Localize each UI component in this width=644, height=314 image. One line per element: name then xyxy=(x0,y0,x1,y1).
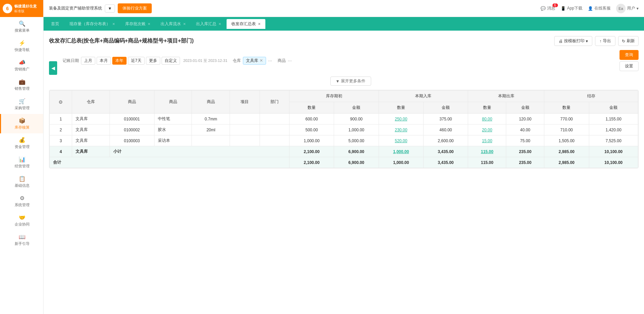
sidebar-icon-guide: 📖 xyxy=(19,234,26,240)
tab-close-1[interactable]: ✕ xyxy=(112,22,115,26)
online-service-button[interactable]: 👤 在线客服 xyxy=(588,5,611,11)
column-settings-icon[interactable]: ⚙ xyxy=(59,99,63,105)
cell-out-amt: 120.00 xyxy=(506,114,544,125)
refresh-button[interactable]: ↻ 刷新 xyxy=(618,36,639,46)
subtotal-opening-amt: 6,900.00 xyxy=(334,146,379,157)
th-code: 商品 xyxy=(110,90,154,114)
cell-name: 采访本 xyxy=(154,135,192,146)
tab-0[interactable]: 首页 xyxy=(46,19,64,29)
page-title: 收发存汇总表(按仓库+商品编码+商品+规格型号+项目+部门) xyxy=(49,37,194,45)
cell-out-qty: 20.00 xyxy=(468,125,506,135)
out-qty-link[interactable]: 15.00 xyxy=(482,138,492,143)
cell-opening-qty: 500.00 xyxy=(289,125,334,135)
tab-label-0: 首页 xyxy=(51,21,59,27)
tab-close-5[interactable]: ✕ xyxy=(258,22,261,26)
main-area: 装备及固定资产辅助管理系统 ▼ 体验行业方案 💬 消息 6 📱 App下载 👤 … xyxy=(44,0,644,314)
sidebar-item-nav[interactable]: ⚡快捷导航 xyxy=(0,36,43,56)
filter-settings-button[interactable]: 设置 xyxy=(620,61,639,71)
cell-closing-qty: 770.00 xyxy=(544,114,589,125)
in-qty-link[interactable]: 520.00 xyxy=(395,138,407,143)
filter-main: 记账日期 上月本月本年近7天更多自定义 2023-01-01 至 2023-12… xyxy=(63,50,639,86)
tab-close-4[interactable]: ✕ xyxy=(218,22,221,26)
cell-project xyxy=(230,125,260,135)
date-btn-上月[interactable]: 上月 xyxy=(81,57,95,65)
print-button[interactable]: 🖨 按模板打印 ▾ xyxy=(554,36,592,46)
tab-4[interactable]: 出入库汇总✕ xyxy=(191,19,226,29)
sidebar-item-basic[interactable]: 📋基础信息 xyxy=(0,172,43,192)
out-qty-link[interactable]: 20.00 xyxy=(482,128,492,132)
tab-close-2[interactable]: ✕ xyxy=(148,22,150,26)
tab-close-3[interactable]: ✕ xyxy=(183,22,186,26)
cell-code: 0100001 xyxy=(110,114,154,125)
cell-opening-amt: 5,000.00 xyxy=(334,135,379,146)
sidebar-item-guide[interactable]: 📖新手引导 xyxy=(0,230,43,250)
warehouse-more[interactable]: ··· xyxy=(268,58,272,63)
th-name: 商品 xyxy=(154,90,192,114)
trial-button[interactable]: 体验行业方案 xyxy=(118,3,152,13)
date-btn-本月[interactable]: 本月 xyxy=(97,57,111,65)
date-btn-近7天[interactable]: 近7天 xyxy=(128,57,145,65)
export-icon: ↑ xyxy=(599,39,601,44)
tab-label-1: 现存量（库存分布表） xyxy=(69,21,110,27)
sidebar-label-sales: 销售管理 xyxy=(15,86,30,91)
tab-1[interactable]: 现存量（库存分布表）✕ xyxy=(65,19,120,29)
subtotal-warehouse: 文具库 xyxy=(72,146,110,157)
warehouse-tag-remove[interactable]: ✕ xyxy=(260,58,263,63)
tab-3[interactable]: 出入库流水✕ xyxy=(156,19,191,29)
content-area: 收发存汇总表(按仓库+商品编码+商品+规格型号+项目+部门) 🖨 按模板打印 ▾… xyxy=(44,31,644,314)
service-icon: 👤 xyxy=(588,6,593,11)
cell-opening-amt: 900.00 xyxy=(334,114,379,125)
sidebar-item-system[interactable]: ⚙系统管理 xyxy=(0,192,43,211)
sidebar-icon-inventory: 📦 xyxy=(19,117,26,124)
sidebar-item-cooperation[interactable]: 🤝企业协同 xyxy=(0,211,43,230)
cell-closing-amt: 1,420.00 xyxy=(589,125,638,135)
th-settings: ⚙ xyxy=(50,90,72,114)
sidebar-label-operation: 经营管理 xyxy=(15,164,30,169)
sidebar-item-operation[interactable]: 📊经营管理 xyxy=(0,153,43,172)
messages-button[interactable]: 💬 消息 6 xyxy=(541,5,555,11)
goods-more[interactable]: ··· xyxy=(288,58,292,63)
sidebar-item-finance[interactable]: 💰资金管理 xyxy=(0,133,43,153)
system-name: 装备及固定资产辅助管理系统 xyxy=(49,5,102,11)
sidebar-label-purchase: 采购管理 xyxy=(15,105,30,111)
sidebar-item-search[interactable]: 🔍搜索菜单 xyxy=(0,17,43,36)
sidebar-item-sales[interactable]: 💼销售管理 xyxy=(0,75,43,95)
export-button[interactable]: ↑ 导出 xyxy=(595,36,615,46)
user-menu[interactable]: Ea 用户 ▾ xyxy=(616,4,639,13)
date-btn-本年[interactable]: 本年 xyxy=(112,57,127,65)
out-qty-link[interactable]: 80.00 xyxy=(482,117,492,121)
query-button[interactable]: 查询 xyxy=(620,50,639,60)
warehouse-filter: 仓库 文具库 ✕ ··· xyxy=(233,57,272,65)
app-download-button[interactable]: 📱 App下载 xyxy=(561,5,582,11)
expand-filter-btn[interactable]: ▼ 展开更多条件 xyxy=(330,77,371,86)
sidebar-icon-purchase: 🛒 xyxy=(19,98,26,104)
subtotal-out-qty-link[interactable]: 115.00 xyxy=(481,149,493,154)
sidebar-item-inventory[interactable]: 📦库存核算 xyxy=(0,114,43,133)
table-row: 2 文具库 0100002 胶水 20ml 500.00 1,000.00 23… xyxy=(50,125,638,135)
sidebar-item-marketing[interactable]: 📣营销推广 xyxy=(0,56,43,75)
total-out-amt: 235.00 xyxy=(506,157,544,168)
filter-collapse-btn[interactable]: ◀ xyxy=(49,61,57,75)
sidebar-item-purchase[interactable]: 🛒采购管理 xyxy=(0,95,43,114)
date-btn-更多[interactable]: 更多 xyxy=(146,57,160,65)
cell-in-amt: 2,600.00 xyxy=(423,135,468,146)
chevron-down-icon: ▾ xyxy=(586,39,588,44)
sidebar-icon-basic: 📋 xyxy=(19,176,26,182)
tab-label-4: 出入库汇总 xyxy=(196,21,216,27)
cell-index: 1 xyxy=(50,114,72,125)
refresh-icon: ↻ xyxy=(622,39,625,44)
in-qty-link[interactable]: 250.00 xyxy=(395,117,407,121)
tab-5[interactable]: 收发存汇总表✕ xyxy=(227,19,265,29)
in-qty-link[interactable]: 230.00 xyxy=(395,128,407,132)
th-project: 项目 xyxy=(230,90,260,114)
cell-project xyxy=(230,135,260,146)
sidebar-label-guide: 新手引导 xyxy=(15,241,30,246)
tab-2[interactable]: 库存批次账✕ xyxy=(120,19,155,29)
phone-icon: 📱 xyxy=(561,6,566,11)
topbar-left: 装备及固定资产辅助管理系统 ▼ 体验行业方案 xyxy=(49,3,152,13)
cell-spec: 0.7mm xyxy=(192,114,230,125)
system-dropdown[interactable]: ▼ xyxy=(105,4,115,13)
date-btn-自定义[interactable]: 自定义 xyxy=(162,57,180,65)
expand-icon: ▼ xyxy=(336,79,340,84)
subtotal-in-qty-link[interactable]: 1,000.00 xyxy=(393,149,409,154)
